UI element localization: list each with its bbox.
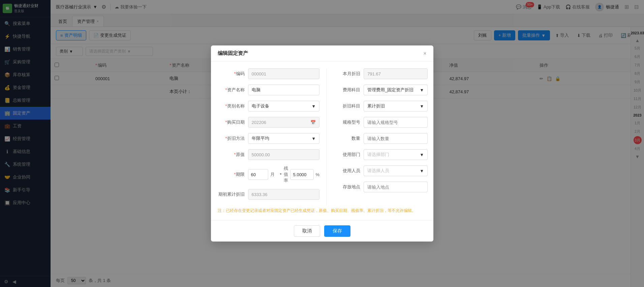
- initial-depreciation-label: 期初累计折旧: [218, 191, 248, 197]
- modal-overlay: 编辑固定资产 × *编码 *资产名称: [0, 0, 644, 287]
- quantity-input[interactable]: [364, 133, 428, 144]
- modal-note: 注：已经存在变更记录或者对应固定资产已经生成凭证，原值、购买日期、残值率、累计折…: [218, 205, 427, 214]
- expense-subject-value: 管理费用_固定资产折旧: [367, 87, 413, 93]
- modal-body: *编码 *资产名称 *类别名称: [211, 62, 433, 220]
- modal-right-col: 本月折旧 费用科目 管理费用_固定资产折旧 ▼: [327, 68, 428, 205]
- code-input[interactable]: [248, 68, 320, 79]
- modal-close-btn[interactable]: ×: [423, 51, 426, 57]
- form-row-purchase-date: *购买日期 202206 📅: [218, 117, 320, 128]
- cancel-button[interactable]: 取消: [294, 225, 320, 237]
- category-label: *类别名称: [218, 103, 248, 109]
- modal-header: 编辑固定资产 ×: [211, 45, 433, 62]
- form-row-code: *编码: [218, 68, 320, 79]
- residual-rate-unit: %: [316, 172, 320, 177]
- user-select[interactable]: 请选择人员 ▼: [364, 165, 428, 176]
- storage-input[interactable]: [364, 182, 428, 192]
- form-row-depreciation-subject: 折旧科目 累计折旧 ▼: [333, 101, 428, 111]
- initial-depreciation-input[interactable]: [248, 189, 320, 200]
- save-button[interactable]: 保存: [324, 225, 350, 237]
- department-label: 使用部门: [333, 152, 364, 158]
- period-label: *期限: [218, 171, 248, 178]
- category-select[interactable]: 电子设备 ▼: [248, 101, 320, 111]
- form-row-category: *类别名称 电子设备 ▼: [218, 101, 320, 111]
- expense-subject-label: 费用科目: [333, 87, 364, 93]
- depreciation-method-icon: ▼: [311, 136, 316, 141]
- asset-name-label: *资产名称: [218, 87, 248, 93]
- form-row-monthly-depreciation: 本月折旧: [333, 68, 428, 79]
- expense-subject-select[interactable]: 管理费用_固定资产折旧 ▼: [364, 85, 428, 95]
- form-row-original-value: *原值: [218, 149, 320, 160]
- residual-rate-star: *: [280, 172, 282, 177]
- form-row-spec: 规格型号: [333, 117, 428, 128]
- storage-label: 存放地点: [333, 184, 364, 190]
- monthly-depreciation-input: [364, 68, 428, 79]
- purchase-date-value: 202206: [252, 120, 266, 125]
- depreciation-subject-value: 累计折旧: [367, 103, 385, 109]
- purchase-date-label: *购买日期: [218, 119, 248, 125]
- form-row-quantity: 数量: [333, 133, 428, 144]
- depreciation-method-value: 年限平均: [252, 135, 269, 141]
- form-row-initial-depreciation: 期初累计折旧: [218, 189, 320, 200]
- purchase-date-input[interactable]: 202206 📅: [248, 117, 320, 128]
- user-placeholder: 请选择人员: [367, 168, 389, 174]
- residual-rate-input[interactable]: [290, 169, 314, 180]
- depreciation-method-label: *折旧方法: [218, 135, 248, 141]
- form-row-expense-subject: 费用科目 管理费用_固定资产折旧 ▼: [333, 85, 428, 95]
- modal-footer: 取消 保存: [211, 220, 433, 242]
- user-icon: ▼: [420, 168, 424, 173]
- modal-left-col: *编码 *资产名称 *类别名称: [218, 68, 327, 205]
- residual-rate-label: 残值率: [284, 165, 288, 184]
- quantity-label: 数量: [333, 135, 364, 141]
- category-select-value: 电子设备: [252, 103, 269, 109]
- depreciation-subject-select[interactable]: 累计折旧 ▼: [364, 101, 428, 111]
- code-label: *编码: [218, 71, 248, 77]
- asset-name-input[interactable]: [248, 85, 320, 95]
- period-unit: 月: [270, 171, 275, 178]
- spec-label: 规格型号: [333, 119, 364, 125]
- original-value-label: *原值: [218, 152, 248, 158]
- department-placeholder: 请选择部门: [367, 152, 389, 158]
- form-row-storage: 存放地点: [333, 182, 428, 192]
- form-row-period: *期限 月 * 残值率 %: [218, 165, 320, 184]
- monthly-depreciation-label: 本月折旧: [333, 71, 364, 77]
- calendar-icon: 📅: [310, 120, 316, 125]
- department-icon: ▼: [420, 152, 424, 157]
- edit-asset-modal: 编辑固定资产 × *编码 *资产名称: [211, 45, 433, 242]
- form-row-asset-name: *资产名称: [218, 85, 320, 95]
- original-value-input[interactable]: [248, 149, 320, 160]
- modal-title: 编辑固定资产: [218, 50, 248, 57]
- period-input[interactable]: [248, 169, 268, 180]
- depreciation-method-select[interactable]: 年限平均 ▼: [248, 133, 320, 144]
- depreciation-subject-label: 折旧科目: [333, 103, 364, 109]
- user-label: 使用人员: [333, 168, 364, 174]
- form-row-department: 使用部门 请选择部门 ▼: [333, 149, 428, 160]
- form-row-user: 使用人员 请选择人员 ▼: [333, 165, 428, 176]
- department-select[interactable]: 请选择部门 ▼: [364, 149, 428, 160]
- category-select-icon: ▼: [311, 104, 316, 109]
- depreciation-subject-icon: ▼: [420, 104, 424, 109]
- spec-input[interactable]: [364, 117, 428, 128]
- period-group: 月 * 残值率 %: [248, 165, 320, 184]
- form-row-depreciation-method: *折旧方法 年限平均 ▼: [218, 133, 320, 144]
- modal-form-grid: *编码 *资产名称 *类别名称: [218, 68, 427, 205]
- expense-subject-icon: ▼: [420, 88, 424, 93]
